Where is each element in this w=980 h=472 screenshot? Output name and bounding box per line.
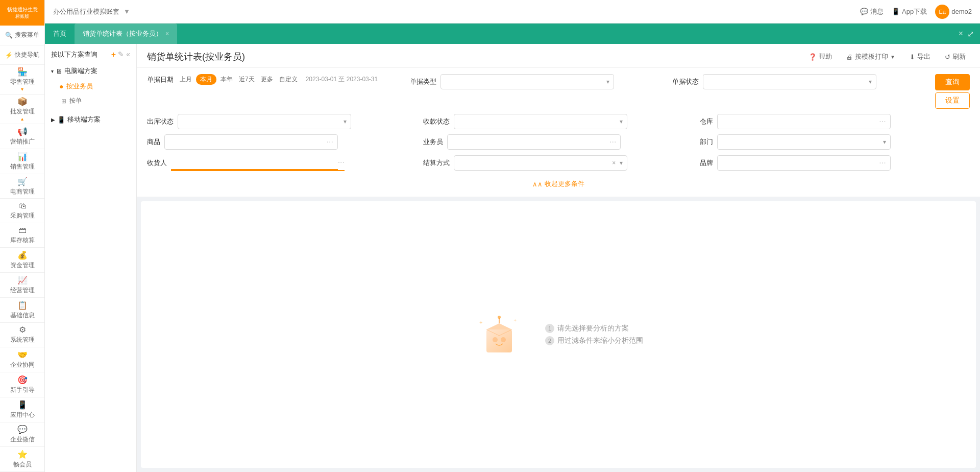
sidebar-item-sales[interactable]: 📊 销售管理 xyxy=(0,149,45,174)
goods-dots-icon[interactable]: ··· xyxy=(327,137,333,147)
doc-status-select[interactable]: ▾ xyxy=(703,74,876,89)
sidebar-item-inventory[interactable]: 🗃 库存核算 xyxy=(0,223,45,248)
tab-home[interactable]: 首页 xyxy=(45,23,75,44)
breadcrumb-text: 办公用品行业模拟账套 xyxy=(53,7,119,16)
warehouse-label: 仓库 xyxy=(700,117,713,126)
out-status-label: 出库状态 xyxy=(147,117,174,126)
sidebar-item-purchase[interactable]: 🛍 采购管理 xyxy=(0,199,45,223)
add-plan-icon[interactable]: + xyxy=(111,50,116,59)
app-download-action[interactable]: 📱 App下载 xyxy=(892,7,927,16)
edit-plan-icon[interactable]: ✎ xyxy=(118,50,124,59)
sidebar-item-enterprise[interactable]: 🤝 企业协同 xyxy=(0,347,45,372)
brand-select[interactable]: ··· xyxy=(717,155,891,171)
date-label: 单据日期 xyxy=(147,75,174,84)
out-status-select[interactable]: ▾ xyxy=(178,114,351,129)
marketing-icon: 📢 xyxy=(17,127,28,136)
refresh-button[interactable]: ↺ 刷新 xyxy=(941,50,970,63)
tab-maximize-icon[interactable]: ⤢ xyxy=(967,29,974,39)
message-action[interactable]: 💬 消息 xyxy=(860,7,884,16)
settings-button[interactable]: 设置 xyxy=(935,92,970,109)
sidebar-item-wechat[interactable]: 💬 企业微信 xyxy=(0,422,45,447)
svg-text:✦: ✦ xyxy=(513,318,517,323)
plan-sub-item-order[interactable]: ⊞ 按单 xyxy=(49,94,132,108)
empty-tip-1: 1 请先选择要分析的方案 xyxy=(545,324,643,333)
date-tab-last-month[interactable]: 上月 xyxy=(178,74,194,85)
plan-item-salesperson[interactable]: ● 按业务员 xyxy=(49,79,132,94)
goods-select[interactable]: ··· xyxy=(164,134,338,150)
sidebar-shortcut[interactable]: ⚡ 快捷导航 xyxy=(0,45,45,65)
top-header: 办公用品行业模拟账套 ▼ 💬 消息 📱 App下载 Ea demo2 xyxy=(45,0,980,23)
salesperson-dots-icon[interactable]: ··· xyxy=(609,137,616,147)
sidebar-item-basic[interactable]: 📋 基础信息 xyxy=(0,298,45,323)
wholesale-icon: 📦 xyxy=(17,97,28,106)
help-button[interactable]: ❓ 帮助 xyxy=(804,50,836,63)
department-select[interactable]: ▾ xyxy=(717,134,891,150)
sidebar-item-wholesale[interactable]: 📦 批发管理 ▴ xyxy=(0,95,45,124)
svg-point-4 xyxy=(493,337,498,342)
doc-type-label: 单据类型 xyxy=(410,77,436,86)
doc-type-chevron-icon: ▾ xyxy=(606,78,609,85)
sidebar-item-member[interactable]: ⭐ 畅会员 xyxy=(0,447,45,472)
retail-expand-icon: ▾ xyxy=(21,86,23,92)
pc-group-title[interactable]: ▾ 🖥 电脑端方案 xyxy=(49,63,132,79)
payment-clear-icon[interactable]: × xyxy=(612,159,616,167)
page-header: 销货单统计表(按业务员) ❓ 帮助 🖨 按模板打印 ▼ ⬇ 导出 xyxy=(137,44,980,68)
sidebar-item-retail[interactable]: 🏪 零售管理 ▾ xyxy=(0,65,45,95)
wechat-icon: 💬 xyxy=(17,424,28,434)
query-button[interactable]: 查询 xyxy=(935,74,970,90)
sidebar-search[interactable]: 🔍 搜索菜单 xyxy=(0,26,45,45)
svg-point-7 xyxy=(498,316,501,319)
sidebar-item-marketing[interactable]: 📢 营销推广 xyxy=(0,124,45,149)
salesperson-label: 业务员 xyxy=(423,137,443,147)
date-tab-this-year[interactable]: 本年 xyxy=(218,74,235,85)
sidebar-item-finance[interactable]: 💰 资金管理 xyxy=(0,248,45,273)
doc-type-select[interactable]: ▾ xyxy=(440,74,614,89)
message-icon: 💬 xyxy=(860,8,868,15)
collapse-bar[interactable]: ∧∧ 收起更多条件 xyxy=(147,175,970,191)
payment-select[interactable]: × ▾ xyxy=(454,155,627,171)
empty-illustration: ✦ ✦ ✦ xyxy=(474,309,525,360)
left-panel: 按以下方案查询 + ✎ « ▾ 🖥 电脑端方案 ● 按业务员 ⊞ xyxy=(45,44,137,472)
sidebar-item-newbie[interactable]: 🎯 新手引导 xyxy=(0,372,45,397)
export-button[interactable]: ⬇ 导出 xyxy=(905,50,935,63)
date-range-text: 2023-03-01 至 2023-03-31 xyxy=(306,75,378,84)
date-tab-custom[interactable]: 自定义 xyxy=(277,74,300,85)
tab-minimize-icon[interactable]: × xyxy=(959,29,963,38)
collapse-panel-icon[interactable]: « xyxy=(126,50,130,59)
tab-bar-right: × ⤢ xyxy=(959,29,980,39)
receipt-status-chevron-icon: ▾ xyxy=(620,118,623,125)
warehouse-select[interactable]: ··· xyxy=(717,114,891,129)
sidebar-item-appstore[interactable]: 📱 应用中心 xyxy=(0,397,45,422)
doc-status-label: 单据状态 xyxy=(672,77,699,86)
empty-state: ✦ ✦ ✦ 1 请先选择要分析的方案 2 用过滤条件来缩小分析范围 xyxy=(141,201,976,468)
left-panel-title: 按以下方案查询 xyxy=(51,50,97,59)
print-button[interactable]: 🖨 按模板打印 ▼ xyxy=(842,50,899,63)
app-logo-text: 畅捷通好生意标账版 xyxy=(7,6,38,20)
salesperson-select[interactable]: ··· xyxy=(447,134,621,150)
receipt-status-label: 收款状态 xyxy=(423,117,450,126)
brand-dots-icon[interactable]: ··· xyxy=(879,158,886,168)
consignee-dots-icon[interactable]: ··· xyxy=(338,158,345,167)
app-logo[interactable]: 畅捷通好生意标账版 xyxy=(0,0,45,26)
warehouse-dots-icon[interactable]: ··· xyxy=(879,117,886,126)
sidebar-item-system[interactable]: ⚙ 系统管理 xyxy=(0,323,45,348)
user-menu[interactable]: Ea demo2 xyxy=(935,5,972,19)
consignee-input[interactable] xyxy=(171,155,338,170)
purchase-icon: 🛍 xyxy=(18,201,27,210)
sidebar-item-ecommerce[interactable]: 🛒 电商管理 xyxy=(0,174,45,199)
goods-label: 商品 xyxy=(147,137,160,147)
breadcrumb-dropdown-icon[interactable]: ▼ xyxy=(124,8,130,15)
date-tab-more[interactable]: 更多 xyxy=(259,74,275,85)
receipt-status-select[interactable]: ▾ xyxy=(454,114,627,129)
date-tab-7days[interactable]: 近7天 xyxy=(237,74,257,85)
mobile-group-title[interactable]: ▶ 📱 移动端方案 xyxy=(49,112,132,127)
date-tab-this-month[interactable]: 本月 xyxy=(196,74,216,85)
tab-close-icon[interactable]: × xyxy=(165,30,169,37)
tab-active[interactable]: 销货单统计表（按业务员） × xyxy=(75,23,177,44)
svg-text:✦: ✦ xyxy=(479,320,483,325)
shortcut-icon: ⚡ xyxy=(5,52,13,59)
payment-label: 结算方式 xyxy=(423,158,450,168)
sidebar-item-operation[interactable]: 📈 经营管理 xyxy=(0,273,45,298)
tab-active-label: 销货单统计表（按业务员） xyxy=(83,29,162,38)
help-icon: ❓ xyxy=(808,53,817,61)
